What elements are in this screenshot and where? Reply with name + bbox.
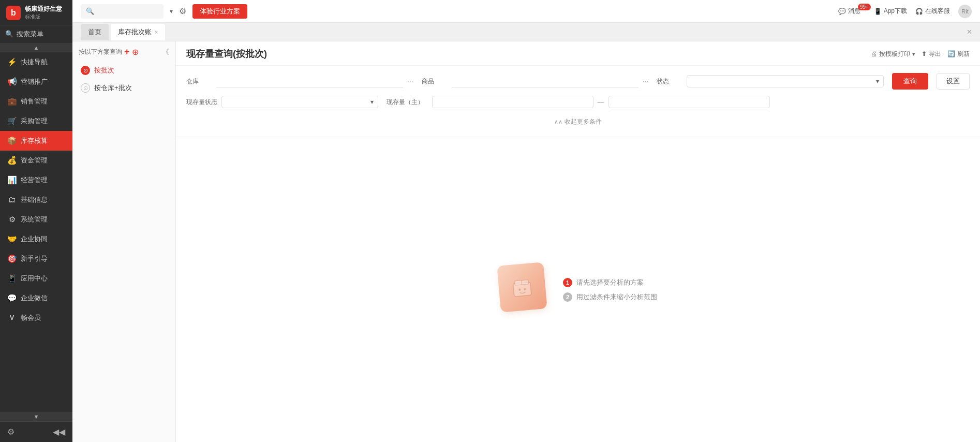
page-header: 现存量查询(按批次) 🖨 按模板打印 ▾ ⬆ 导出 🔄 刷新 [176, 41, 980, 66]
tab-batch-account[interactable]: 库存批次账 × [111, 24, 165, 40]
product-input[interactable] [452, 76, 639, 87]
sidebar-item-member[interactable]: V 畅会员 [0, 308, 72, 328]
search-menu-item[interactable]: 🔍 搜索菜单 [0, 25, 72, 43]
sidebar-item-purchase[interactable]: 🛒 采购管理 [0, 111, 72, 131]
settings-button[interactable]: 设置 [937, 73, 970, 90]
sidebar-item-finance[interactable]: 💰 资金管理 [0, 151, 72, 170]
sidebar-item-sales[interactable]: 💼 销售管理 [0, 92, 72, 111]
corp-icon: 🤝 [7, 234, 17, 244]
empty-state: 1 请先选择要分析的方案 2 用过滤条件来缩小分析范围 [176, 137, 980, 442]
tab-close-icon[interactable]: × [155, 29, 158, 35]
plan-batch-icon: ⊙ [81, 66, 90, 75]
settings-icon[interactable]: ⚙ [7, 427, 14, 437]
trial-button[interactable]: 体验行业方案 [192, 4, 247, 19]
app-download-label: App下载 [884, 7, 907, 16]
company-name: 畅康通好生意 [25, 5, 62, 13]
sales-icon: 💼 [7, 97, 17, 106]
sidebar-item-marketing[interactable]: 📢 营销推广 [0, 72, 72, 92]
tip-item-2: 2 用过滤条件来缩小分析范围 [563, 292, 657, 302]
search-menu-label: 搜索菜单 [17, 30, 43, 39]
qty-max-input[interactable] [608, 96, 770, 108]
purchase-icon: 🛒 [7, 116, 17, 126]
inventory-icon: 📦 [7, 136, 17, 145]
refresh-icon: 🔄 [947, 50, 955, 57]
refresh-button[interactable]: 🔄 刷新 [947, 50, 970, 58]
sidebar-item-label: 库存核算 [21, 136, 48, 145]
collapse-panel-icon[interactable]: 《 [162, 48, 169, 57]
sidebar-item-label: 资金管理 [21, 156, 48, 165]
app-download-button[interactable]: 📱 App下载 [874, 7, 907, 16]
print-dropdown-icon[interactable]: ▾ [912, 51, 915, 57]
sidebar-item-inventory[interactable]: 📦 库存核算 [0, 131, 72, 151]
sidebar-item-wechat[interactable]: 💬 企业微信 [0, 288, 72, 308]
empty-state-icon [499, 264, 551, 316]
sidebar-nav: ⚡ 快捷导航 📢 营销推广 💼 销售管理 🛒 采购管理 📦 库存核算 💰 资金管… [0, 52, 72, 412]
add-plan-icon[interactable]: + [124, 47, 130, 57]
sidebar-item-corp[interactable]: 🤝 企业协同 [0, 229, 72, 249]
product-label: 商品 [422, 77, 448, 86]
tip-item-1: 1 请先选择要分析的方案 [563, 278, 657, 287]
sidebar-item-operation[interactable]: 📊 经营管理 [0, 170, 72, 190]
sidebar-item-label: 系统管理 [21, 215, 48, 224]
sidebar-item-label: 新手引导 [21, 254, 48, 263]
scroll-up-button[interactable]: ▲ [0, 43, 72, 52]
export-button[interactable]: ⬆ 导出 [922, 50, 941, 58]
plan-settings-icon[interactable]: ⊕ [132, 47, 139, 57]
warehouse-expand-icon[interactable]: ··· [407, 77, 413, 85]
topbar-gear-icon[interactable]: ⚙ [179, 6, 186, 16]
sidebar-item-quick-nav[interactable]: ⚡ 快捷导航 [0, 52, 72, 72]
product-filter: 商品 ··· [422, 76, 649, 87]
edition-label: 标准版 [25, 13, 62, 21]
sidebar-item-label: 营销推广 [21, 77, 48, 86]
finance-icon: 💰 [7, 156, 17, 165]
tab-home[interactable]: 首页 [81, 24, 109, 40]
product-expand-icon[interactable]: ··· [643, 77, 649, 85]
sidebar-item-label: 快捷导航 [21, 57, 48, 67]
online-service-button[interactable]: 🎧 在线客服 [915, 7, 950, 16]
plan-warehouse-batch-label: 按仓库+批次 [94, 83, 132, 93]
panel-close-button[interactable]: × [967, 27, 972, 37]
message-icon: 💬 [838, 8, 846, 15]
tip-2-number: 2 [563, 292, 572, 302]
message-button[interactable]: 💬 消息 99+ [838, 7, 866, 16]
print-button[interactable]: 🖨 按模板打印 ▾ [871, 50, 915, 58]
quick-nav-icon: ⚡ [7, 57, 17, 67]
tab-home-label: 首页 [88, 27, 101, 37]
sidebar-item-system[interactable]: ⚙ 系统管理 [0, 210, 72, 229]
topbar-dropdown-icon[interactable]: ▾ [170, 8, 173, 15]
inventory-status-filter: 现存量状态 ▾ [186, 96, 378, 108]
sidebar-item-label: 采购管理 [21, 116, 48, 126]
plan-batch-label: 按批次 [94, 66, 114, 75]
inventory-qty-label: 现存量（主） [387, 98, 428, 107]
scroll-down-button[interactable]: ▼ [0, 412, 72, 421]
qty-min-input[interactable] [432, 96, 593, 108]
sidebar-item-newbie[interactable]: 🎯 新手引导 [0, 249, 72, 269]
page-title: 现存量查询(按批次) [186, 48, 267, 60]
query-button[interactable]: 查询 [892, 73, 928, 90]
topbar-search-box[interactable]: 🔍 [81, 4, 164, 19]
sidebar-item-label: 畅会员 [21, 313, 41, 322]
plan-item-warehouse-batch[interactable]: ⊙ 按仓库+批次 [72, 79, 175, 97]
plan-item-batch[interactable]: ⊙ 按批次 [72, 62, 175, 79]
wechat-icon: 💬 [7, 293, 17, 303]
right-content: 现存量查询(按批次) 🖨 按模板打印 ▾ ⬆ 导出 🔄 刷新 [176, 41, 980, 442]
sidebar-item-label: 经营管理 [21, 175, 48, 185]
sidebar-item-basic[interactable]: 🗂 基础信息 [0, 190, 72, 210]
app-download-icon: 📱 [874, 8, 882, 15]
sidebar-item-label: 企业微信 [21, 293, 48, 303]
app-logo: b [6, 6, 21, 20]
inventory-status-select[interactable]: ▾ [221, 96, 378, 108]
collapse-more-button[interactable]: ∧∧ 收起更多条件 [186, 114, 970, 129]
left-panel-header: 按以下方案查询 + ⊕ 《 [72, 47, 175, 62]
system-icon: ⚙ [7, 215, 17, 224]
status-dropdown-icon: ▾ [876, 78, 879, 85]
status-select[interactable]: ▾ [687, 75, 884, 87]
plan-warehouse-batch-icon: ⊙ [81, 83, 90, 93]
user-avatar-area[interactable]: Rit [958, 5, 972, 18]
warehouse-input[interactable] [216, 76, 403, 87]
left-panel: 按以下方案查询 + ⊕ 《 ⊙ 按批次 ⊙ 按仓库+批次 [72, 41, 176, 442]
apps-icon: 📱 [7, 274, 17, 283]
collapse-sidebar-icon[interactable]: ◀◀ [53, 427, 65, 437]
sidebar-item-apps[interactable]: 📱 应用中心 [0, 269, 72, 288]
topbar-search-input[interactable] [97, 8, 149, 15]
